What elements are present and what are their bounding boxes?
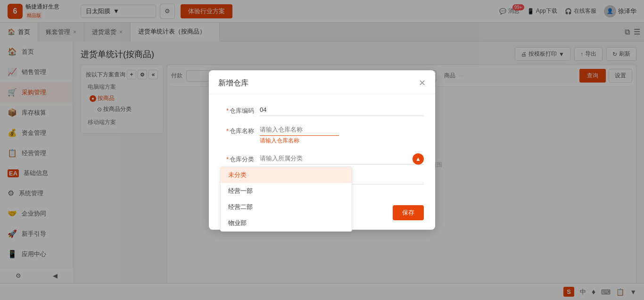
new-warehouse-modal: 新增仓库 ✕ *仓库编码 *仓库名称 请输入仓库名称 *仓库分类 <box>209 70 435 230</box>
name-input[interactable] <box>260 124 339 136</box>
category-dropdown-list: 未分类 经营一部 经营二部 物业部 <box>220 167 352 232</box>
dropdown-item-dept2[interactable]: 经营二部 <box>221 199 352 215</box>
dropdown-item-unclassified[interactable]: 未分类 <box>221 167 352 183</box>
form-row-name: *仓库名称 请输入仓库名称 <box>220 124 424 145</box>
category-dropdown: ▲ 未分类 经营一部 经营二部 物业部 <box>260 152 424 165</box>
code-label: *仓库编码 <box>220 104 254 115</box>
form-row-category: *仓库分类 ▲ 未分类 经营一部 经营二部 物业部 <box>220 152 424 165</box>
name-error-row: 请输入仓库名称 <box>220 137 299 145</box>
form-row-code: *仓库编码 <box>220 104 424 116</box>
name-label: *仓库名称 <box>220 124 254 135</box>
code-input[interactable] <box>260 104 424 116</box>
dropdown-item-dept1[interactable]: 经营一部 <box>221 183 352 199</box>
dropdown-item-property[interactable]: 物业部 <box>221 215 352 231</box>
form-row-name-inner: *仓库名称 <box>220 124 339 136</box>
category-label: *仓库分类 <box>220 152 254 164</box>
name-error-message: 请输入仓库名称 <box>260 137 299 144</box>
modal-close-button[interactable]: ✕ <box>419 78 426 88</box>
category-input[interactable] <box>260 152 424 165</box>
modal-body: *仓库编码 *仓库名称 请输入仓库名称 *仓库分类 ▲ <box>209 94 435 201</box>
modal-title: 新增仓库 <box>218 78 248 88</box>
modal-header: 新增仓库 ✕ <box>209 70 435 94</box>
save-button[interactable]: 保存 <box>393 205 424 220</box>
category-toggle-button[interactable]: ▲ <box>413 153 424 165</box>
